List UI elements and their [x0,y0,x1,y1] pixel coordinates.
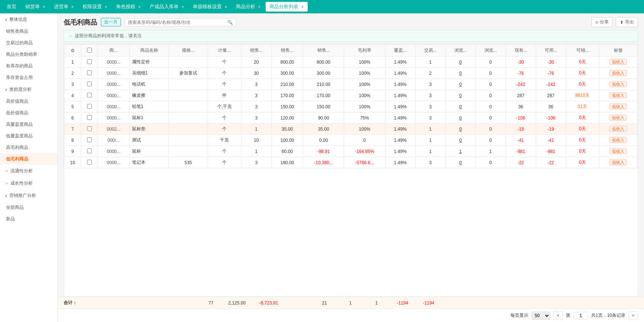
sidebar-item-sales-goods[interactable]: 销售类商品 [0,26,57,37]
col-browse2[interactable]: 浏览... [475,45,506,57]
row-browse1[interactable]: 1 [445,146,475,157]
row-code[interactable]: 0000... [98,157,130,168]
page-input[interactable] [573,312,588,319]
col-code[interactable]: 商... [98,45,130,57]
sidebar-item-low-coverage[interactable]: 低覆盖度商品 [0,130,57,142]
col-available[interactable]: 可用... [536,45,566,57]
col-settings[interactable]: ⚙ [64,45,81,57]
row-check[interactable] [81,79,98,90]
row-name[interactable]: 铅笔1 [129,101,169,112]
row-code[interactable]: 0000... [98,146,130,157]
row-check[interactable] [81,135,98,146]
export-button[interactable]: ⬆ 导出 [616,17,638,27]
col-price[interactable]: 销售... [271,45,303,57]
row-code[interactable]: 000/... [98,135,130,146]
row-check[interactable] [81,112,98,124]
row-checkbox[interactable] [87,115,92,120]
row-check[interactable] [81,124,98,135]
close-product-stock-icon[interactable]: × [182,4,184,9]
close-role-icon[interactable]: × [138,4,141,9]
row-browse1[interactable]: 0 [445,112,475,124]
nav-template[interactable]: 单据模板设置 × [189,2,231,12]
nav-goods-analysis[interactable]: 商品分析 × [232,2,264,12]
row-check[interactable] [81,90,98,101]
row-check[interactable] [81,101,98,112]
sidebar-item-new-goods[interactable]: 新品 [0,213,57,225]
row-checkbox[interactable] [87,59,92,64]
close-template-icon[interactable]: × [225,4,227,9]
col-name[interactable]: 商品名称 [129,45,169,57]
col-sales-amt[interactable]: 销售... [303,45,344,57]
col-unit[interactable]: 计量... [208,45,241,57]
col-browse1[interactable]: 浏览... [445,45,475,57]
next-page-btn[interactable]: ＞ [628,311,638,320]
settings-icon[interactable]: ⚙ [71,48,75,53]
row-checkbox[interactable] [87,104,92,109]
row-checkbox[interactable] [87,82,92,86]
section-marketing[interactable]: ∨ 营销推广分析 [0,189,57,202]
row-checkbox[interactable] [87,149,92,153]
row-name[interactable]: 吴细细1 [129,68,169,79]
close-sales-icon[interactable]: × [43,4,45,9]
row-code[interactable]: 0000... [98,101,130,112]
close-goods-list-icon[interactable]: × [301,4,304,9]
row-browse1[interactable]: 0 [445,68,475,79]
sidebar-item-category-rate[interactable]: 商品分类助销率 [0,49,57,60]
col-current[interactable]: 现有... [506,45,536,57]
col-tag[interactable]: 标签 [599,45,637,57]
col-spec[interactable]: 规格... [169,45,208,57]
row-checkbox[interactable] [87,70,92,75]
row-checkbox[interactable] [87,137,92,142]
row-code[interactable]: 0000... [98,68,130,79]
row-browse1[interactable]: 0 [445,157,475,168]
row-browse1[interactable]: 0 [445,101,475,112]
row-name[interactable]: 笔记本 [129,157,169,168]
row-checkbox[interactable] [87,126,92,131]
sidebar-item-in-stock[interactable]: 有库存的商品 [0,60,57,72]
nav-permission[interactable]: 权限设置 × [79,2,111,12]
row-check[interactable] [81,68,98,79]
nav-sales[interactable]: 销货单 × [22,2,49,12]
row-browse1[interactable]: 0 [445,79,475,90]
col-coverage[interactable]: 覆盖... [385,45,415,57]
close-purchase-icon[interactable]: × [71,4,74,9]
search-input[interactable] [128,20,227,25]
per-page-select[interactable]: 50 100 200 [531,312,550,320]
row-code[interactable]: 0000... [98,90,130,101]
sidebar-item-traded-goods[interactable]: 交易过的商品 [0,37,57,49]
row-code[interactable]: 0000... [98,79,130,90]
section-overview[interactable]: ∨ 整体信息 [0,13,57,26]
row-browse1[interactable]: 0 [445,124,475,135]
sidebar-item-stock-capital[interactable]: 库存资金占用 [0,72,57,83]
search-icon[interactable]: 🔍 [227,20,233,25]
sidebar-item-low-margin[interactable]: 低毛利商品 [0,153,57,165]
row-check[interactable] [81,146,98,157]
row-name[interactable]: 橡皮擦 [129,90,169,101]
row-check[interactable] [81,57,98,68]
nav-role[interactable]: 角色授权 × [112,2,144,12]
col-trade[interactable]: 交易... [415,45,445,57]
col-saleable[interactable]: 可销... [566,45,599,57]
row-check[interactable] [81,157,98,168]
col-margin[interactable]: 毛利率 [344,45,385,57]
row-code[interactable]: 0000... [98,112,130,124]
date-filter-btn[interactable]: 近一月 [101,18,121,26]
section-growth[interactable]: ＞ 成长性分析 [0,177,57,189]
row-browse1[interactable]: 0 [445,90,475,101]
row-browse1[interactable]: 0 [445,135,475,146]
nav-purchase[interactable]: 进货单 × [50,2,77,12]
select-all-checkbox[interactable] [87,48,92,52]
row-code[interactable]: 0002... [98,124,130,135]
row-code[interactable]: 0000... [98,57,130,68]
share-button[interactable]: ⎋ 分享 [592,17,613,27]
nav-home[interactable]: 首页 [3,2,20,12]
row-name[interactable]: 鼠标1 [129,112,169,124]
prev-page-btn[interactable]: ＜ [553,311,563,320]
col-checkbox[interactable] [81,45,98,57]
col-qty[interactable]: 销售... [241,45,271,57]
row-name[interactable]: 属性定价 [129,57,169,68]
nav-goods-analysis-list[interactable]: 商品分析列表 × [266,2,307,12]
row-checkbox[interactable] [87,93,92,98]
sidebar-item-high-margin[interactable]: 高毛利商品 [0,142,57,153]
close-permission-icon[interactable]: × [105,4,107,9]
